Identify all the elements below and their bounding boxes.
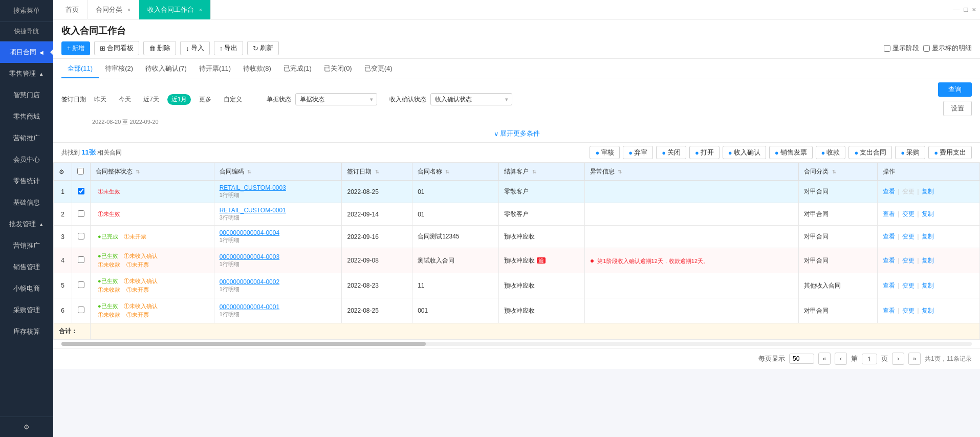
open-btn[interactable]: ● 打开 xyxy=(689,146,720,159)
status-tab-pending-invoice[interactable]: 待开票(11) xyxy=(193,59,237,78)
row1-code-link[interactable]: RETAIL_CUSTOM-0003 xyxy=(220,184,286,191)
col-settings[interactable]: ⚙ xyxy=(54,163,72,181)
refresh-button[interactable]: ↻ 刷新 xyxy=(247,41,279,55)
sidebar-item-marketing[interactable]: 营销推广 xyxy=(0,127,53,149)
row2-code-link[interactable]: RETAIL_CUSTOM-0001 xyxy=(220,207,286,214)
row3-code-link[interactable]: 0000000000004-0004 xyxy=(220,229,279,236)
status-tab-all[interactable]: 全部(11) xyxy=(61,59,99,78)
next-page-btn[interactable]: › xyxy=(892,353,904,365)
sidebar-search[interactable]: 搜索菜单 xyxy=(0,0,53,22)
row4-code-link[interactable]: 0000000000004-0003 xyxy=(220,253,279,260)
row2-select[interactable] xyxy=(78,210,84,217)
row5-checkbox[interactable] xyxy=(72,273,91,298)
sidebar-item-retail-mgmt[interactable]: 零售管理 ▲ xyxy=(0,63,53,84)
row2-view-btn[interactable]: 查看 xyxy=(883,210,895,217)
contract-board-button[interactable]: ⊞ 合同看板 xyxy=(94,41,139,55)
date-btn-more[interactable]: 更多 xyxy=(195,94,215,105)
expand-filter-btn[interactable]: ∨ 展开更多条件 xyxy=(494,129,540,138)
row1-select[interactable] xyxy=(78,188,84,194)
setting-button[interactable]: 设置 xyxy=(943,101,972,116)
row3-copy-btn[interactable]: 复制 xyxy=(922,233,934,240)
horizontal-scrollbar[interactable] xyxy=(53,340,980,348)
show-stage-input[interactable] xyxy=(884,45,890,52)
maximize-icon[interactable]: □ xyxy=(964,6,968,13)
row5-change-btn[interactable]: 变更 xyxy=(902,282,914,289)
status-tab-completed[interactable]: 已完成(1) xyxy=(277,59,318,78)
sidebar-item-retail-stats[interactable]: 零售统计 xyxy=(0,170,53,192)
scrollbar-track[interactable] xyxy=(61,342,972,346)
delete-button[interactable]: 🗑 删除 xyxy=(143,41,176,55)
tab-income-workbench-close[interactable]: × xyxy=(199,7,202,13)
export-button[interactable]: ↑ 导出 xyxy=(214,41,244,55)
cost-out-btn[interactable]: ● 费用支出 xyxy=(928,146,972,159)
tab-income-workbench[interactable]: 收入合同工作台 × xyxy=(139,0,211,19)
add-button[interactable]: + 新增 xyxy=(61,41,90,55)
row6-code-link[interactable]: 0000000000004-0001 xyxy=(220,303,279,311)
last-page-btn[interactable]: » xyxy=(908,353,921,365)
close-window-icon[interactable]: × xyxy=(972,6,976,13)
row5-code-link[interactable]: 0000000000004-0002 xyxy=(220,278,279,286)
status-tab-changed[interactable]: 已变更(4) xyxy=(358,59,399,78)
row5-view-btn[interactable]: 查看 xyxy=(883,282,895,289)
status-tab-pending-payment[interactable]: 待收款(8) xyxy=(237,59,277,78)
income-confirm-btn[interactable]: ● 收入确认 xyxy=(723,146,766,159)
sidebar-item-project[interactable]: 项目合同 ◀ xyxy=(0,41,53,63)
date-btn-today[interactable]: 今天 xyxy=(115,94,135,105)
purchase-btn[interactable]: ● 采购 xyxy=(895,146,925,159)
query-button[interactable]: 查询 xyxy=(938,82,972,97)
date-btn-custom[interactable]: 自定义 xyxy=(220,94,246,105)
row4-copy-btn[interactable]: 复制 xyxy=(922,257,934,264)
abandon-btn[interactable]: ● 弃审 xyxy=(623,146,653,159)
row5-select[interactable] xyxy=(78,281,84,288)
row6-view-btn[interactable]: 查看 xyxy=(883,307,895,314)
row6-copy-btn[interactable]: 复制 xyxy=(922,307,934,314)
first-page-btn[interactable]: « xyxy=(818,353,831,365)
show-label-input[interactable] xyxy=(923,45,930,52)
tab-contract-category[interactable]: 合同分类 × xyxy=(88,0,139,19)
row4-change-btn[interactable]: 变更 xyxy=(902,257,914,264)
show-stage-checkbox[interactable]: 显示阶段 xyxy=(884,43,919,53)
page-size-select[interactable]: 50 10 20 100 xyxy=(789,354,814,364)
show-label-checkbox[interactable]: 显示标的明细 xyxy=(923,43,972,53)
row1-change-btn[interactable]: 变更 xyxy=(902,188,914,195)
row6-select[interactable] xyxy=(78,307,84,313)
review-btn[interactable]: ● 审核 xyxy=(590,146,620,159)
row3-view-btn[interactable]: 查看 xyxy=(883,233,895,240)
row5-copy-btn[interactable]: 复制 xyxy=(922,282,934,289)
sidebar-item-batch-mgmt[interactable]: 批发管理 ▲ xyxy=(0,213,53,235)
status-tab-closed[interactable]: 已关闭(0) xyxy=(318,59,358,78)
sidebar-item-basic-info[interactable]: 基础信息 xyxy=(0,192,53,213)
date-btn-last1month[interactable]: 近1月 xyxy=(167,94,191,105)
sidebar-settings-btn[interactable]: ⚙ xyxy=(0,417,53,437)
row6-checkbox[interactable] xyxy=(72,298,91,323)
row4-view-btn[interactable]: 查看 xyxy=(883,257,895,264)
sidebar-item-ecommerce[interactable]: 小畅电商 xyxy=(0,278,53,299)
close-btn[interactable]: ● 关闭 xyxy=(656,146,686,159)
sidebar-item-inventory[interactable]: 库存核算 xyxy=(0,321,53,342)
sidebar-item-retail-mall[interactable]: 零售商城 xyxy=(0,106,53,127)
row2-checkbox[interactable] xyxy=(72,203,91,226)
row1-view-btn[interactable]: 查看 xyxy=(883,188,895,195)
row2-change-btn[interactable]: 变更 xyxy=(902,210,914,217)
col-checkbox[interactable] xyxy=(72,163,91,181)
date-btn-last7[interactable]: 近7天 xyxy=(139,94,163,105)
sidebar-item-purchase[interactable]: 采购管理 xyxy=(0,299,53,321)
scrollbar-thumb[interactable] xyxy=(61,342,426,346)
prev-page-btn[interactable]: ‹ xyxy=(835,353,847,365)
row3-checkbox[interactable] xyxy=(72,226,91,248)
import-button[interactable]: ↓ 导入 xyxy=(180,41,210,55)
date-btn-yesterday[interactable]: 昨天 xyxy=(90,94,111,105)
status-tab-pending-income[interactable]: 待收入确认(7) xyxy=(139,59,193,78)
status-tab-pending-review[interactable]: 待审核(2) xyxy=(99,59,139,78)
row2-copy-btn[interactable]: 复制 xyxy=(922,210,934,217)
minimize-icon[interactable]: — xyxy=(953,6,960,13)
sidebar-item-smart-store[interactable]: 智慧门店 xyxy=(0,84,53,106)
row3-change-btn[interactable]: 变更 xyxy=(902,233,914,240)
sidebar-quick-nav[interactable]: 快捷导航 xyxy=(0,22,53,41)
tab-contract-category-close[interactable]: × xyxy=(127,7,130,13)
doc-status-select[interactable]: 单据状态 xyxy=(295,93,377,105)
tab-home[interactable]: 首页 xyxy=(57,0,88,19)
row4-select[interactable] xyxy=(78,256,84,263)
row4-checkbox[interactable] xyxy=(72,248,91,273)
sidebar-item-sales-mgmt[interactable]: 销售管理 xyxy=(0,256,53,278)
